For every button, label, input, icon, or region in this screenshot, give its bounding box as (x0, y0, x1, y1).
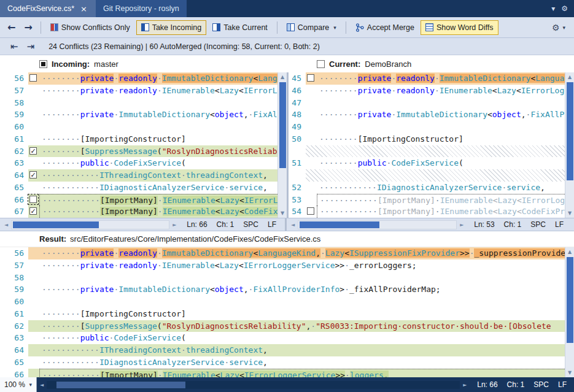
current-select-all-checkbox[interactable] (317, 60, 325, 68)
code-text[interactable]: ········private·readonly·IEnumerable<Laz… (39, 85, 277, 97)
code-line[interactable]: 57········private·readonly·IEnumerable<L… (0, 259, 565, 272)
code-line[interactable]: 60 (0, 296, 565, 308)
code-text[interactable]: ········[ImportingConstructor] (39, 308, 565, 320)
code-line[interactable]: 48········private·ImmutableDictionary<ob… (289, 109, 565, 121)
current-code-pane[interactable]: 45········private·readonly·ImmutableDict… (289, 72, 565, 218)
gear-icon[interactable]: ⚙ (552, 23, 560, 33)
scroll-down-icon[interactable]: ▼ (565, 368, 574, 377)
code-text[interactable]: ········private·readonly·ImmutableDictio… (39, 72, 277, 85)
code-text[interactable]: ············[ImportMany]·IEnumerable<Laz… (39, 194, 277, 206)
code-line[interactable]: 66············[ImportMany]·IEnumerable<L… (0, 369, 565, 378)
code-line[interactable]: 63········public·CodeFixService( (0, 157, 277, 169)
code-text[interactable]: ········private·readonly·IEnumerable<Laz… (317, 85, 565, 97)
scroll-up-icon[interactable]: ▲ (278, 72, 287, 82)
close-icon[interactable]: × (79, 4, 88, 13)
code-text[interactable]: ········private·readonly·ImmutableDictio… (39, 247, 565, 259)
incoming-code-pane[interactable]: 56········private·readonly·ImmutableDict… (0, 72, 277, 218)
scroll-left-icon[interactable]: ◄ (37, 382, 47, 388)
code-line[interactable]: 45········private·readonly·ImmutableDict… (289, 72, 565, 85)
code-text[interactable]: ········[SuppressMessage("RoslynDiagnost… (39, 320, 565, 332)
zoom-control[interactable]: 100 % ▾ (0, 377, 37, 392)
code-line[interactable]: 64············IThreadingContext·threadin… (0, 344, 565, 356)
result-code-pane[interactable]: 56········private·readonly·ImmutableDict… (0, 247, 565, 377)
conflict-checkbox[interactable] (307, 74, 314, 82)
scrollbar-thumb[interactable] (56, 382, 185, 388)
tab-codefixservice[interactable]: CodeFixService.cs* × (0, 0, 96, 17)
code-line[interactable]: 47 (289, 97, 565, 109)
code-line[interactable]: 51········public·CodeFixService( (289, 157, 565, 169)
code-text[interactable]: ········private·ImmutableDictionary<obje… (39, 109, 277, 121)
code-line[interactable]: 52············IDiagnosticAnalyzerService… (289, 182, 565, 194)
code-text[interactable]: ········private·readonly·ImmutableDictio… (317, 72, 565, 85)
conflict-checkbox[interactable]: ✓ (29, 147, 37, 155)
incoming-select-all-checkbox[interactable] (39, 60, 47, 68)
current-vertical-scrollbar[interactable]: ▲ ▼ (565, 72, 574, 218)
scroll-right-icon[interactable]: ► (457, 220, 467, 229)
incoming-vertical-scrollbar[interactable]: ▲ ▼ (277, 72, 287, 218)
scroll-right-icon[interactable]: ► (169, 220, 179, 229)
scrollbar-thumb[interactable] (300, 221, 379, 228)
scrollbar-thumb[interactable] (13, 221, 99, 228)
code-line[interactable]: 62✓········[SuppressMessage("RoslynDiagn… (0, 145, 277, 158)
compare-button[interactable]: Compare ▾ (282, 20, 341, 35)
conflict-checkbox[interactable]: ✓ (29, 171, 37, 179)
code-line[interactable]: 50········[ImportingConstructor] (289, 133, 565, 145)
take-current-button[interactable]: Take Current (207, 20, 273, 35)
show-conflicts-only-button[interactable]: Show Conflicts Only (45, 20, 135, 35)
code-line[interactable]: 54············[ImportMany]·IEnumerable<L… (289, 206, 565, 218)
current-horizontal-scrollbar[interactable] (298, 220, 457, 229)
goto-previous-conflict-button[interactable]: ⇤ (6, 41, 23, 52)
code-text[interactable] (39, 296, 565, 308)
code-text[interactable] (317, 97, 565, 109)
code-text[interactable]: ············IDiagnosticAnalyzerService·s… (317, 182, 565, 194)
accept-merge-button[interactable]: Accept Merge (351, 20, 419, 35)
code-text[interactable]: ········[ImportingConstructor] (317, 133, 565, 145)
code-line[interactable]: 65············IDiagnosticAnalyzerService… (0, 356, 565, 369)
scrollbar-thumb[interactable] (567, 82, 573, 180)
code-text[interactable] (317, 121, 565, 133)
scroll-down-icon[interactable]: ▼ (278, 209, 287, 218)
code-text[interactable] (39, 121, 277, 133)
scrollbar-thumb[interactable] (567, 257, 573, 343)
code-text[interactable]: ········private·readonly·IEnumerable<Laz… (39, 259, 565, 272)
code-line[interactable]: 66············[ImportMany]·IEnumerable<L… (0, 194, 277, 206)
code-line[interactable]: 56········private·readonly·ImmutableDict… (0, 247, 565, 259)
code-line[interactable]: 60 (0, 121, 277, 133)
back-button[interactable]: ← (4, 21, 19, 33)
code-text[interactable]: ············[ImportMany]·IEnumerable<Laz… (317, 206, 565, 218)
code-text[interactable]: ········public·CodeFixService( (39, 332, 565, 344)
chevron-down-icon[interactable]: ▾ (562, 25, 565, 31)
code-text[interactable]: ········[ImportingConstructor] (39, 133, 277, 145)
code-text[interactable]: ········public·CodeFixService( (317, 157, 565, 169)
conflict-checkbox[interactable]: ✓ (29, 207, 37, 215)
code-line[interactable]: 59········private·ImmutableDictionary<ob… (0, 283, 565, 296)
chevron-down-icon[interactable]: ▾ (551, 4, 555, 13)
code-text[interactable]: ············IThreadingContext·threadingC… (39, 344, 565, 356)
code-line[interactable]: 46········private·readonly·IEnumerable<L… (289, 85, 565, 97)
scroll-down-icon[interactable]: ▼ (565, 209, 574, 218)
code-line[interactable]: 59········private·ImmutableDictionary<ob… (0, 109, 277, 121)
scroll-right-icon[interactable]: ► (460, 382, 470, 388)
conflict-checkbox[interactable] (29, 196, 37, 203)
code-text[interactable]: ············IDiagnosticAnalyzerService·s… (39, 356, 565, 369)
code-line[interactable]: 49 (289, 121, 565, 133)
conflict-checkbox[interactable] (307, 207, 314, 215)
code-text[interactable]: ········private·ImmutableDictionary<obje… (317, 109, 565, 121)
code-text[interactable]: ········[SuppressMessage("RoslynDiagnost… (39, 145, 277, 158)
code-text[interactable]: ············[ImportMany]·IEnumerable<Laz… (39, 369, 565, 378)
code-text[interactable]: ············IDiagnosticAnalyzerService·s… (39, 182, 277, 194)
code-line[interactable]: 63········public·CodeFixService( (0, 332, 565, 344)
code-text[interactable]: ········public·CodeFixService( (39, 157, 277, 169)
code-line[interactable]: 65············IDiagnosticAnalyzerService… (0, 182, 277, 194)
code-line[interactable]: 58 (0, 272, 565, 284)
scroll-up-icon[interactable]: ▲ (565, 72, 574, 82)
code-text[interactable] (39, 97, 277, 109)
scroll-left-icon[interactable]: ◄ (288, 220, 298, 229)
code-line[interactable]: 56········private·readonly·ImmutableDict… (0, 72, 277, 85)
code-line[interactable]: 64✓············IThreadingContext·threadi… (0, 169, 277, 182)
code-line[interactable]: 61········[ImportingConstructor] (0, 133, 277, 145)
goto-next-conflict-button[interactable]: ⇥ (23, 41, 39, 52)
code-line[interactable]: 67✓············[ImportMany]·IEnumerable<… (0, 206, 277, 218)
take-incoming-button[interactable]: Take Incoming (136, 20, 207, 35)
tab-git-repository[interactable]: Git Repository - roslyn (96, 0, 187, 17)
